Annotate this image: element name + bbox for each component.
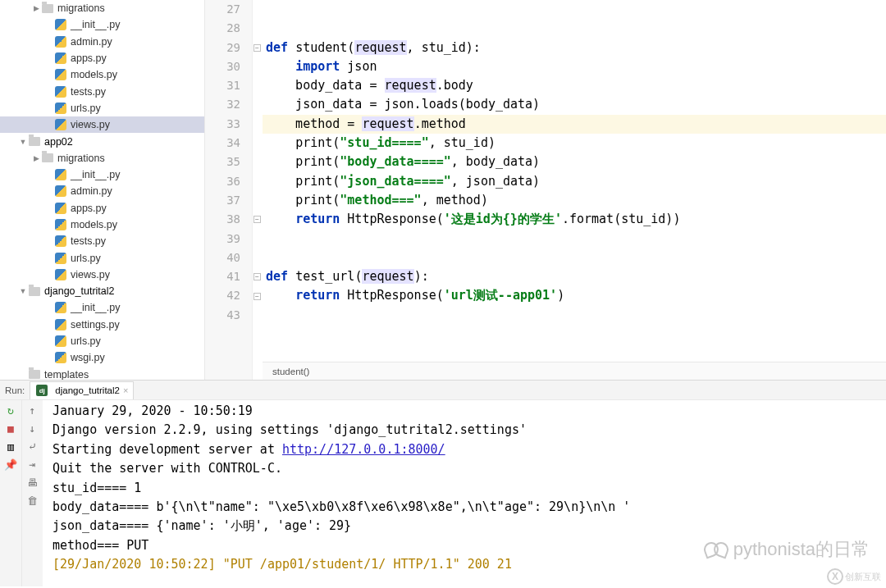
tree-item[interactable]: __init__.py (0, 299, 204, 316)
tree-item[interactable]: templates (0, 367, 204, 380)
tree-item[interactable]: admin.py (0, 34, 204, 50)
scroll-icon[interactable]: ⇥ (26, 458, 39, 471)
console-line: method=== PUT (53, 536, 886, 555)
tree-item[interactable]: urls.py (0, 333, 204, 349)
stop-icon[interactable]: ■ (4, 422, 17, 435)
code-line[interactable]: import json (263, 57, 886, 76)
down-icon[interactable]: ↓ (26, 422, 39, 435)
tree-item-label: tests.py (71, 86, 106, 98)
tree-item[interactable]: tests.py (0, 233, 204, 249)
layout-icon[interactable]: ▥ (4, 440, 17, 453)
code-line[interactable]: return HttpResponse('url测试--app01') (263, 286, 886, 305)
tree-item[interactable]: __init__.py (0, 166, 204, 183)
code-line[interactable] (263, 0, 886, 19)
tree-item-label: apps.py (71, 203, 107, 214)
close-icon[interactable]: × (123, 385, 128, 395)
breadcrumb[interactable]: student() (263, 362, 886, 380)
python-file-icon (54, 301, 67, 314)
tree-item-label: __init__.py (71, 19, 120, 30)
tree-item-label: wsgi.py (71, 352, 105, 363)
line-gutter: 2728293031323334353637383940414243 (205, 0, 253, 380)
tree-item[interactable]: urls.py (0, 249, 204, 266)
up-icon[interactable]: ↑ (26, 403, 39, 417)
tree-item[interactable]: views.py (0, 116, 204, 133)
code-line[interactable] (263, 19, 886, 38)
python-file-icon (54, 268, 67, 281)
python-file-icon (54, 218, 67, 231)
python-file-icon (54, 168, 67, 181)
line-number: 27 (205, 0, 240, 19)
rerun-icon[interactable]: ↻ (4, 403, 17, 417)
tree-item-label: migrations (57, 2, 105, 14)
tree-item[interactable]: ▼app02 (0, 133, 204, 149)
console-output[interactable]: January 29, 2020 - 10:50:19Django versio… (43, 400, 886, 586)
line-number: 29 (205, 39, 240, 57)
tree-item-label: admin.py (71, 36, 112, 48)
print-icon[interactable]: 🖶 (26, 476, 39, 489)
console-line: json_data==== {'name': '小明', 'age': 29} (53, 517, 886, 536)
run-label: Run: (0, 385, 30, 395)
python-file-icon (54, 318, 67, 331)
run-tab[interactable]: dj django_tutrital2 × (30, 381, 134, 399)
tree-item[interactable]: apps.py (0, 200, 204, 217)
wrap-icon[interactable]: ⤶ (26, 440, 39, 453)
tree-item[interactable]: views.py (0, 267, 204, 283)
tree-item[interactable]: ▶migrations (0, 0, 204, 16)
code-line[interactable] (263, 248, 886, 267)
code-line[interactable]: print("body_data====", body_data) (263, 153, 886, 171)
tree-item-label: urls.py (71, 335, 101, 347)
tree-item-label: tests.py (71, 235, 106, 247)
code-editor[interactable]: 2728293031323334353637383940414243 −−−− … (205, 0, 886, 380)
line-number: 41 (205, 267, 240, 286)
fold-strip[interactable]: −−−− (253, 0, 263, 380)
tree-item-label: django_tutrital2 (44, 285, 114, 297)
fold-toggle-icon[interactable]: − (253, 273, 261, 280)
code-line[interactable]: def test_url(request): (263, 267, 886, 286)
tree-item[interactable]: tests.py (0, 83, 204, 99)
tree-item[interactable]: settings.py (0, 317, 204, 333)
code-line[interactable]: method = request.method (263, 115, 886, 134)
tree-item-label: app02 (44, 136, 73, 148)
code-line[interactable]: print("method===", method) (263, 191, 886, 210)
expand-arrow-icon[interactable]: ▼ (18, 287, 28, 295)
python-file-icon (54, 102, 67, 115)
fold-toggle-icon[interactable]: − (253, 216, 261, 223)
python-file-icon (54, 335, 67, 348)
tree-item[interactable]: ▼django_tutrital2 (0, 283, 204, 299)
expand-arrow-icon[interactable]: ▶ (31, 4, 41, 12)
expand-arrow-icon[interactable]: ▶ (31, 154, 41, 162)
tree-item[interactable]: wsgi.py (0, 349, 204, 366)
code-area[interactable]: def student(request, stu_id): import jso… (263, 0, 886, 380)
tree-item-label: urls.py (71, 253, 101, 264)
line-number: 36 (205, 172, 240, 191)
code-line[interactable]: return HttpResponse('这是id为{}的学生'.format(… (263, 210, 886, 229)
python-file-icon (54, 118, 67, 131)
tree-item-label: views.py (71, 269, 110, 280)
tree-item[interactable]: apps.py (0, 50, 204, 66)
tree-item-label: models.py (71, 69, 117, 80)
tree-item-label: admin.py (71, 185, 112, 197)
fold-toggle-icon[interactable]: − (253, 44, 261, 52)
code-line[interactable]: print("stu_id====", stu_id) (263, 134, 886, 153)
tree-item[interactable]: admin.py (0, 183, 204, 199)
python-file-icon (54, 351, 67, 364)
code-line[interactable] (263, 306, 886, 325)
code-line[interactable] (263, 230, 886, 248)
code-line[interactable]: json_data = json.loads(body_data) (263, 95, 886, 114)
fold-toggle-icon[interactable]: − (253, 293, 261, 300)
pin-icon[interactable]: 📌 (4, 458, 17, 471)
project-tree[interactable]: ▶migrations__init__.pyadmin.pyapps.pymod… (0, 0, 205, 380)
tree-item[interactable]: __init__.py (0, 16, 204, 33)
tree-item[interactable]: ▶migrations (0, 150, 204, 166)
tree-item[interactable]: models.py (0, 66, 204, 83)
code-line[interactable]: print("json_data====", json_data) (263, 172, 886, 191)
trash-icon[interactable]: 🗑 (26, 494, 39, 507)
tree-item-label: templates (44, 369, 89, 380)
console-line: January 29, 2020 - 10:50:19 (53, 402, 886, 421)
tree-item[interactable]: models.py (0, 217, 204, 233)
expand-arrow-icon[interactable]: ▼ (18, 138, 28, 146)
tree-item-label: urls.py (71, 103, 101, 114)
code-line[interactable]: def student(request, stu_id): (263, 39, 886, 57)
tree-item[interactable]: urls.py (0, 100, 204, 116)
code-line[interactable]: body_data = request.body (263, 76, 886, 95)
